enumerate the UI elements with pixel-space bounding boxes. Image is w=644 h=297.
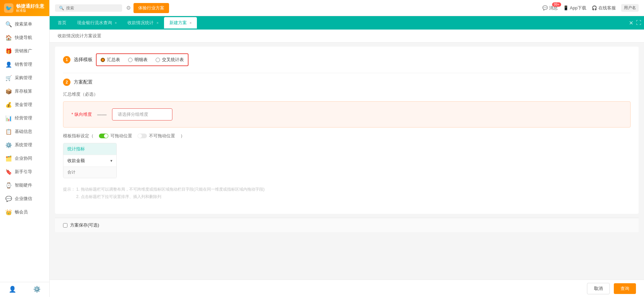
tab-collection-stats-close[interactable]: × [156,21,158,25]
download-icon: 📱 [563,5,569,10]
sidebar-item-inventory[interactable]: 📦 库存核算 [0,85,49,98]
topbar: 🔍 ⚙ 体验行业方案 💬 消息 99+ 📱 App下载 🎧 在线客服 用户名 [50,0,644,16]
tab-bank-flow-close[interactable]: × [115,21,117,25]
sidebar-item-label: 基础信息 [15,129,32,135]
tab-collection-stats[interactable]: 收款情况统计 × [122,17,164,29]
topbar-search-area[interactable]: 🔍 [55,4,122,12]
sidebar-item-purchase[interactable]: 🛒 采购管理 [0,71,49,85]
option-detail[interactable]: 明细表 [128,57,148,63]
app-edition: 标准版 [16,9,44,13]
tabbar-actions: ✕ ⛶ [629,20,641,26]
gear-icon[interactable]: ⚙ [126,5,131,11]
option-summary[interactable]: 汇总表 [101,57,120,63]
sidebar-item-beginner[interactable]: 🔖 新手引导 [0,165,49,179]
sidebar-item-smart-hw[interactable]: ⌚ 智能硬件 [0,179,49,192]
toggle-draggable[interactable]: 可拖动位置 [99,133,132,139]
query-button[interactable]: 查询 [614,283,636,294]
sidebar-item-label: 搜索菜单 [15,21,32,27]
dimension-arrow: —— [97,112,107,117]
step1-section: 1 选择模板 汇总表 明细表 交叉统计表 [63,53,631,66]
marketing-icon: 🎁 [5,48,12,54]
sidebar-item-label: 畅会员 [15,209,28,215]
sidebar-item-label: 新手引导 [15,169,32,175]
sidebar-item-label: 资金管理 [15,102,32,108]
save-option-row: 方案保存(可选) [55,218,639,232]
settings-icon: ⚙️ [33,286,41,293]
sidebar-item-marketing[interactable]: 🎁 营销推广 [0,44,49,58]
sidebar-item-quick-nav[interactable]: 🏠 快捷导航 [0,31,49,44]
sidebar-footer-settings[interactable]: ⚙️ [33,286,41,294]
total-row: 合计 [63,166,116,178]
toggle-non-draggable[interactable]: 不可拖动位置 [138,133,175,139]
toggle-draggable-box[interactable] [99,134,108,138]
sidebar-footer-user[interactable]: 👤 [9,286,16,294]
sidebar-item-label: 系统管理 [15,142,32,148]
sidebar-item-base-info[interactable]: 📋 基础信息 [0,125,49,138]
sidebar-item-sales[interactable]: 👤 销售管理 [0,58,49,71]
app-download-item[interactable]: 📱 App下载 [563,5,586,11]
option-cross[interactable]: 交叉统计表 [156,57,184,63]
vertical-dimension-label: * 纵向维度 [71,111,92,117]
corp-wechat-icon: 💬 [5,195,12,202]
step2-badge: 2 [63,79,70,86]
sidebar-footer: 👤 ⚙️ [0,282,49,297]
tab-new-plan[interactable]: 新建方案 × [164,17,197,29]
tab-new-plan-close[interactable]: × [190,21,192,25]
tab-home[interactable]: 首页 [52,17,72,29]
sidebar-item-operation[interactable]: 📊 经营管理 [0,111,49,125]
sidebar-item-finance[interactable]: 💰 资金管理 [0,98,49,111]
tab-bank-flow[interactable]: 现金银行流水查询 × [72,17,122,29]
sidebar-item-search-menu[interactable]: 🔍 搜索菜单 [0,17,49,31]
sidebar-item-system[interactable]: ⚙️ 系统管理 [0,138,49,152]
close-all-icon[interactable]: ✕ [629,20,633,26]
service-label: 在线客服 [598,5,616,11]
step1-badge: 1 [63,56,70,63]
app-name: 畅捷通好生意 [16,3,44,9]
online-service-item[interactable]: 🎧 在线客服 [592,5,616,11]
sidebar: 🐦 畅捷通好生意 标准版 🔍 搜索菜单 🏠 快捷导航 🎁 营销推广 👤 销售管理… [0,0,50,297]
base-info-icon: 📋 [5,128,12,135]
sidebar-nav: 🔍 搜索菜单 🏠 快捷导航 🎁 营销推广 👤 销售管理 🛒 采购管理 📦 库存核… [0,16,49,282]
sidebar-item-member[interactable]: 👑 畅会员 [0,205,49,219]
search-icon: 🔍 [59,6,64,10]
notification-item[interactable]: 💬 消息 99+ [542,5,558,11]
sidebar-item-label: 快捷导航 [15,35,32,41]
sidebar-item-label: 营销推广 [15,48,32,54]
radio-cross[interactable] [156,58,160,62]
notification-count: 99+ [552,2,561,7]
search-input[interactable] [66,6,116,10]
sidebar-item-label: 企业微信 [15,196,32,202]
download-label: App下载 [570,5,586,11]
username-label: 用户名 [621,4,639,12]
step-divider [63,73,631,73]
step2-title: 方案配置 [74,79,93,85]
dimension-area: * 纵向维度 —— 请选择分组维度 [63,101,631,128]
collection-amount-dropdown[interactable]: ▾ [110,158,112,163]
step1-header: 1 选择模板 汇总表 明细表 交叉统计表 [63,53,631,66]
radio-detail[interactable] [128,58,132,62]
sidebar-item-label: 经营管理 [15,115,32,121]
indicator-title-close: ） [180,133,185,139]
maximize-icon[interactable]: ⛶ [636,20,641,26]
sidebar-item-corp-wechat[interactable]: 💬 企业微信 [0,192,49,205]
summary-dimension-section: 汇总维度（必选） * 纵向维度 —— 请选择分组维度 [63,91,631,128]
non-draggable-label: 不可拖动位置 [149,133,175,139]
sidebar-item-corp-collab[interactable]: 🗂️ 企业协同 [0,152,49,165]
save-checkbox[interactable] [63,223,67,228]
finance-icon: 💰 [5,101,12,108]
collection-amount-row[interactable]: 收款金额 ▾ [63,155,116,166]
radio-summary[interactable] [101,58,105,62]
step1-title: 选择模板 [74,57,93,63]
search-menu-icon: 🔍 [5,21,12,28]
purchase-icon: 🛒 [5,75,12,81]
service-icon: 🎧 [592,5,597,10]
dimension-select[interactable]: 请选择分组维度 [112,108,172,120]
page-breadcrumb: 收款情况统计方案设置 [50,30,644,43]
industry-btn[interactable]: 体验行业方案 [133,3,169,13]
toggle-non-draggable-box[interactable] [138,134,147,138]
logo-icon: 🐦 [4,3,13,13]
step2-section: 2 方案配置 汇总维度（必选） * 纵向维度 —— 请选择分组维度 [63,79,631,200]
cancel-button[interactable]: 取消 [587,283,610,294]
save-option-label: 方案保存(可选) [70,222,99,228]
tab-home-label: 首页 [58,20,66,26]
